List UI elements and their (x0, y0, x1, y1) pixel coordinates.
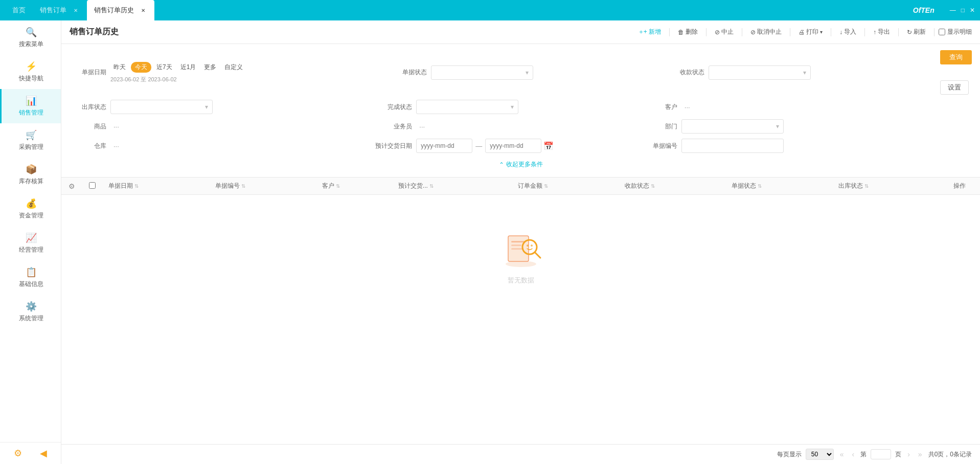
tab-sales-order[interactable]: 销售订单 ✕ (33, 0, 87, 20)
complete-status-select[interactable]: ▾ (416, 100, 518, 114)
salesperson-picker[interactable]: ··· (416, 123, 428, 130)
minimize-btn[interactable]: — (950, 7, 956, 14)
th-payment[interactable]: 收款状态 ⇅ (619, 178, 725, 195)
export-button[interactable]: ↑ 导出 (869, 26, 894, 38)
sidebar-item-inventory-label: 库存核算 (19, 177, 43, 186)
svg-point-8 (531, 245, 533, 247)
sidebar-item-finance[interactable]: 💰 资金管理 (0, 192, 61, 226)
first-page-btn[interactable]: « (838, 449, 846, 459)
sidebar-item-search-menu[interactable]: 🔍 搜索菜单 (0, 20, 61, 55)
collapse-button[interactable]: ⌃ 收起更多条件 (70, 158, 972, 171)
date-tab-more[interactable]: 更多 (201, 62, 219, 73)
filter-area: 单据日期 昨天 今天 近7天 近1月 更多 自定义 2023-06-02 至 2… (61, 44, 980, 178)
th-amount[interactable]: 订单金额 ⇅ (512, 178, 619, 195)
filter-row-2: 出库状态 ▾ 完成状态 ▾ 客户 ··· (70, 100, 972, 114)
cancel-stop-button[interactable]: ⊘ 取消中止 (746, 26, 786, 38)
display-detail-checkbox[interactable] (939, 29, 945, 35)
svg-point-7 (527, 245, 529, 247)
salesperson-label: 业务员 (375, 122, 416, 131)
empty-text: 暂无数据 (508, 276, 534, 285)
stop-button[interactable]: ⊘ 中止 (711, 26, 738, 38)
outbound-status-filter-col: 出库状态 ▾ (70, 100, 375, 114)
column-settings-icon[interactable]: ⚙ (69, 182, 75, 190)
tab-sales-order-history-close[interactable]: ✕ (139, 6, 147, 14)
date-tabs: 昨天 今天 近7天 近1月 更多 自定义 (110, 62, 246, 73)
sidebar-collapse-icon[interactable]: ◀ (40, 448, 47, 459)
dept-dropdown-icon: ▾ (776, 123, 779, 130)
print-button[interactable]: 🖨 打印 ▾ (794, 26, 827, 38)
th-bill-status[interactable]: 单据状态 ⇅ (725, 178, 832, 195)
date-tab-7days[interactable]: 近7天 (153, 62, 175, 73)
sidebar-item-basic-info-label: 基础信息 (19, 280, 43, 289)
svg-rect-3 (511, 245, 521, 246)
bill-no-input[interactable] (681, 139, 784, 153)
bill-status-select[interactable]: ▾ (431, 65, 533, 80)
sidebar-settings-icon[interactable]: ⚙ (14, 448, 22, 459)
sidebar-item-basic-info[interactable]: 📋 基础信息 (0, 260, 61, 295)
customer-picker[interactable]: ··· (681, 103, 693, 111)
new-button[interactable]: ＋ + 新增 (634, 26, 665, 38)
sidebar-item-sys-mgmt[interactable]: ⚙️ 系统管理 (0, 295, 61, 329)
date-tab-custom[interactable]: 自定义 (221, 62, 246, 73)
tab-sales-order-history[interactable]: 销售订单历史 ✕ (87, 0, 154, 20)
basic-info-icon: 📋 (26, 267, 37, 278)
date-range: 2023-06-02 至 2023-06-02 (110, 76, 246, 83)
import-label: 导入 (844, 28, 856, 36)
th-bill-status-label: 单据状态 (732, 182, 756, 189)
prev-page-btn[interactable]: ‹ (850, 449, 857, 459)
sidebar-bottom: ⚙ ◀ (0, 442, 61, 464)
inventory-icon: 📦 (26, 164, 37, 175)
query-button[interactable]: 查询 (940, 50, 972, 64)
top-bar: 首页 销售订单 ✕ 销售订单历史 ✕ OfTEn — □ ✕ (0, 0, 980, 20)
calendar-icon[interactable]: 📅 (543, 141, 554, 151)
sidebar-item-quick-nav-label: 快捷导航 (19, 74, 43, 83)
divider-5 (831, 28, 831, 36)
display-detail-toggle[interactable]: 显示明细 (939, 28, 972, 36)
import-button[interactable]: ↓ 导入 (835, 26, 860, 38)
tab-sales-order-close[interactable]: ✕ (72, 6, 80, 14)
delete-button[interactable]: 🗑 删除 (674, 26, 702, 38)
sidebar-item-purchase-mgmt[interactable]: 🛒 采购管理 (0, 123, 61, 158)
close-btn[interactable]: ✕ (970, 7, 975, 14)
last-page-btn[interactable]: » (916, 449, 924, 459)
settings-button[interactable]: 设置 (940, 80, 969, 95)
sidebar-item-quick-nav[interactable]: ⚡ 快捷导航 (0, 55, 61, 89)
maximize-btn[interactable]: □ (961, 7, 965, 14)
date-tab-today[interactable]: 今天 (131, 62, 151, 73)
date-tab-1month[interactable]: 近1月 (177, 62, 199, 73)
delivery-date-to[interactable] (485, 139, 541, 153)
export-icon: ↑ (873, 29, 876, 36)
per-page-select[interactable]: 10 20 50 100 (806, 449, 834, 460)
th-delivery[interactable]: 预计交货... ⇅ (392, 178, 512, 195)
action-buttons: 查询 设置 (935, 50, 972, 95)
refresh-button[interactable]: ↻ 刷新 (903, 26, 930, 38)
th-customer-label: 客户 (322, 182, 334, 189)
outbound-status-select[interactable]: ▾ (110, 100, 213, 114)
sidebar-item-sales-mgmt-label: 销售管理 (19, 108, 43, 117)
th-outbound[interactable]: 出库状态 ⇅ (832, 178, 939, 195)
th-date[interactable]: 单据日期 ⇅ (102, 178, 209, 195)
goods-picker[interactable]: ··· (110, 123, 122, 130)
dept-select[interactable]: ▾ (681, 119, 784, 134)
window-controls: OfTEn — □ ✕ (913, 6, 975, 14)
delivery-date-from[interactable] (416, 139, 472, 153)
sidebar-item-operations[interactable]: 📈 经营管理 (0, 226, 61, 260)
delete-icon: 🗑 (678, 29, 684, 36)
complete-status-label: 完成状态 (375, 103, 416, 112)
page-input[interactable]: 1 (871, 449, 891, 459)
display-detail-label: 显示明细 (947, 28, 972, 36)
th-no[interactable]: 单据编号 ⇅ (209, 178, 316, 195)
sidebar-item-inventory[interactable]: 📦 库存核算 (0, 158, 61, 192)
bill-no-filter-col: 单据编号 (630, 139, 896, 153)
payment-status-select[interactable]: ▾ (709, 65, 811, 80)
sidebar-item-sales-mgmt[interactable]: 📊 销售管理 (0, 89, 61, 123)
th-customer[interactable]: 客户 ⇅ (316, 178, 392, 195)
date-filter-col: 单据日期 昨天 今天 近7天 近1月 更多 自定义 2023-06-02 至 2… (70, 62, 390, 83)
select-all-checkbox[interactable] (89, 182, 96, 189)
next-page-btn[interactable]: › (905, 449, 912, 459)
sidebar-item-operations-label: 经营管理 (19, 246, 43, 254)
warehouse-picker[interactable]: ··· (110, 142, 122, 150)
th-settings: ⚙ (61, 178, 82, 195)
date-tab-yesterday[interactable]: 昨天 (110, 62, 129, 73)
tab-home[interactable]: 首页 (5, 0, 33, 20)
